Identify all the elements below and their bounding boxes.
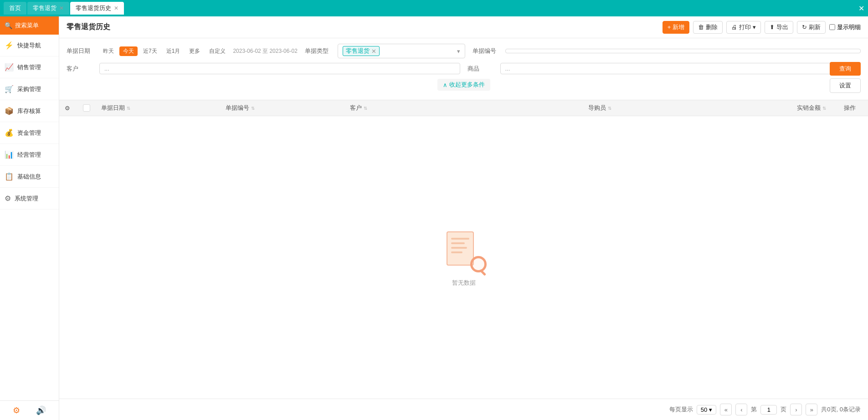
tab-retail-return-history[interactable]: 零售退货历史 ✕ xyxy=(70,2,124,15)
page-input[interactable] xyxy=(760,405,777,415)
window-close-button[interactable]: ✕ xyxy=(858,4,864,13)
sidebar-item-system[interactable]: ⚙ 系统管理 xyxy=(0,188,59,210)
refresh-button[interactable]: ↻ 刷新 xyxy=(797,21,826,34)
sidebar-item-operations[interactable]: 📊 经营管理 xyxy=(0,144,59,166)
type-chevron-icon: ▾ xyxy=(457,48,460,55)
filter-row-1: 单据日期 昨天 今天 近7天 近1月 更多 自定义 2023-06-02 至 2… xyxy=(67,44,861,58)
sidebar-item-inventory-label: 库存核算 xyxy=(17,107,41,115)
settings-button[interactable]: 设置 xyxy=(830,78,861,93)
goods-filter-label: 商品 xyxy=(467,65,493,73)
page-label: 第 xyxy=(751,405,757,414)
tab-retail-return-close[interactable]: ✕ xyxy=(59,5,64,11)
show-detail-checkbox[interactable]: 显示明细 xyxy=(829,23,861,31)
gear-settings-icon[interactable]: ⚙ xyxy=(65,105,70,112)
sidebar-item-finance[interactable]: 💰 资金管理 xyxy=(0,122,59,144)
doc-no-input[interactable] xyxy=(505,49,861,53)
collapse-up-icon: ∧ xyxy=(443,82,447,88)
date-btn-yesterday[interactable]: 昨天 xyxy=(99,46,118,56)
search-icon: 🔍 xyxy=(5,22,12,29)
new-button[interactable]: + 新增 xyxy=(663,21,689,34)
tab-retail-return-history-label: 零售退货历史 xyxy=(76,4,111,12)
page-title: 零售退货历史 xyxy=(67,22,110,32)
tab-home[interactable]: 首页 xyxy=(4,2,26,15)
settings-icon[interactable]: ⚙ xyxy=(13,405,20,415)
customer-filter-input[interactable]: ... xyxy=(99,63,460,74)
empty-state: 暂无数据 xyxy=(441,228,487,287)
export-button-label: 导出 xyxy=(776,23,788,31)
sidebar-item-operations-label: 经营管理 xyxy=(17,151,41,159)
print-icon: 🖨 xyxy=(731,24,737,31)
goods-filter-input[interactable]: ... xyxy=(500,63,861,74)
print-button[interactable]: 🖨 打印 ▾ xyxy=(726,21,761,34)
delete-button-label: 删除 xyxy=(706,23,718,31)
customer-filter-label: 客户 xyxy=(67,65,92,73)
th-customer-sort-icon: ⇅ xyxy=(364,106,367,111)
th-date-label: 单据日期 xyxy=(101,104,125,112)
goods-placeholder: ... xyxy=(505,65,510,72)
audio-icon[interactable]: 🔊 xyxy=(36,405,46,415)
collapse-button-label: 收起更多条件 xyxy=(449,81,485,89)
finance-icon: 💰 xyxy=(5,128,14,137)
first-page-button[interactable]: « xyxy=(720,404,732,415)
date-filters: 昨天 今天 近7天 近1月 更多 自定义 2023-06-02 至 2023-0… xyxy=(99,46,298,56)
date-btn-custom[interactable]: 自定义 xyxy=(205,46,229,56)
date-btn-7days[interactable]: 近7天 xyxy=(139,46,161,56)
per-page-label: 每页显示 xyxy=(669,405,693,414)
query-button[interactable]: 查询 xyxy=(830,62,861,76)
operations-icon: 📊 xyxy=(5,150,14,159)
first-page-icon: « xyxy=(724,406,728,413)
pagination-bar: 每页显示 50 ▾ « ‹ 第 页 › » xyxy=(59,399,868,420)
tab-retail-return-history-close[interactable]: ✕ xyxy=(114,5,118,11)
sidebar-item-inventory[interactable]: 📦 库存核算 xyxy=(0,100,59,122)
th-customer[interactable]: 客户 ⇅ xyxy=(344,104,582,112)
th-checkbox[interactable] xyxy=(77,104,96,112)
total-info: 共0页, 0条记录 xyxy=(821,405,861,414)
collapse-button[interactable]: ∧ 收起更多条件 xyxy=(437,79,490,91)
header-actions: + 新增 🗑 删除 🖨 打印 ▾ ⬆ 导出 ↻ 刷新 xyxy=(663,21,861,34)
basic-info-icon: 📋 xyxy=(5,172,14,181)
sidebar-item-basic-info[interactable]: 📋 基础信息 xyxy=(0,166,59,188)
th-guide[interactable]: 导购员 ⇅ xyxy=(583,104,707,112)
th-guide-sort-icon: ⇅ xyxy=(608,106,611,111)
page-header: 零售退货历史 + 新增 🗑 删除 🖨 打印 ▾ ⬆ 导出 xyxy=(59,16,868,38)
sidebar-item-purchase-label: 采购管理 xyxy=(17,85,41,93)
next-page-icon: › xyxy=(795,406,797,413)
th-date[interactable]: 单据日期 ⇅ xyxy=(96,104,220,112)
date-btn-more[interactable]: 更多 xyxy=(185,46,204,56)
last-page-button[interactable]: » xyxy=(806,404,817,415)
th-no-label: 单据编号 xyxy=(226,104,249,112)
th-no[interactable]: 单据编号 ⇅ xyxy=(220,104,344,112)
delete-icon: 🗑 xyxy=(698,24,704,31)
date-btn-1month[interactable]: 近1月 xyxy=(163,46,184,56)
select-all-checkbox[interactable] xyxy=(83,104,90,112)
show-detail-input[interactable] xyxy=(829,24,835,30)
doc-no-filter-label: 单据编号 xyxy=(473,47,498,55)
sidebar-item-basic-info-label: 基础信息 xyxy=(17,173,41,181)
date-btn-today[interactable]: 今天 xyxy=(119,46,138,56)
magnifier-circle xyxy=(470,256,487,272)
th-customer-label: 客户 xyxy=(350,104,362,112)
th-amount-sort-icon: ⇅ xyxy=(822,106,826,111)
next-page-button[interactable]: › xyxy=(790,404,802,415)
th-guide-label: 导购员 xyxy=(588,104,606,112)
th-amount[interactable]: 实销金额 ⇅ xyxy=(707,104,832,112)
delete-button[interactable]: 🗑 删除 xyxy=(693,21,723,34)
filter-row-2: 客户 ... 商品 ... xyxy=(67,63,861,74)
prev-page-button[interactable]: ‹ xyxy=(735,404,747,415)
sidebar-item-purchase[interactable]: 🛒 采购管理 xyxy=(0,78,59,100)
type-tag-close[interactable]: ✕ xyxy=(371,48,376,55)
sidebar-item-system-label: 系统管理 xyxy=(15,195,38,203)
sidebar-item-quick-nav[interactable]: ⚡ 快捷导航 xyxy=(0,35,59,56)
export-button[interactable]: ⬆ 导出 xyxy=(765,21,793,34)
th-gear[interactable]: ⚙ xyxy=(59,105,77,112)
tab-home-label: 首页 xyxy=(9,4,21,12)
show-detail-label: 显示明细 xyxy=(837,23,861,31)
sidebar-search[interactable]: 🔍 搜索菜单 xyxy=(0,16,59,35)
type-filter-select[interactable]: 零售退货 ✕ ▾ xyxy=(338,44,465,58)
refresh-icon: ↻ xyxy=(802,24,807,31)
export-icon: ⬆ xyxy=(770,24,775,31)
per-page-select[interactable]: 50 ▾ xyxy=(697,405,716,415)
tab-retail-return[interactable]: 零售退货 ✕ xyxy=(27,2,69,15)
per-page-chevron-icon: ▾ xyxy=(709,406,712,413)
sidebar-item-sales[interactable]: 📈 销售管理 xyxy=(0,56,59,78)
